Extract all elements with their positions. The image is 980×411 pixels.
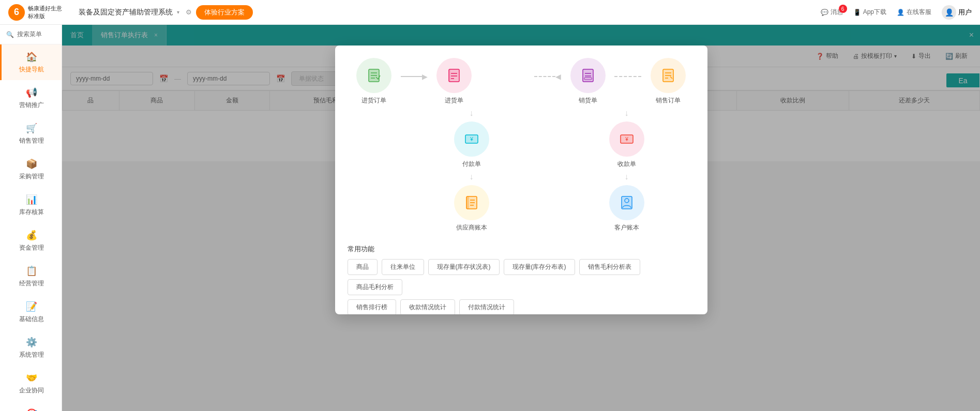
flow-row-2: ¥ 付款单 ¥ (348, 121, 695, 169)
func-btn-sale-rank[interactable]: 销售排行榜 (348, 299, 396, 314)
logo-icon: 6 (8, 4, 25, 21)
svg-rect-5 (449, 69, 459, 82)
flow-row-arrows: ↓ ↓ (348, 107, 695, 119)
purchase-order-label: 进货订单 (361, 96, 386, 105)
flow-node-purchase-order[interactable]: 进货订单 (348, 58, 401, 105)
purchase-order-circle[interactable] (356, 58, 391, 93)
flow-node-customer-ledger[interactable]: 客户账本 (596, 185, 658, 232)
function-buttons-row1: 商品 往来单位 现存量(库存状况表) 现存量(库存分布表) 销售毛利分析表 商品… (348, 259, 695, 295)
arrow-down-supplier: ↓ (441, 171, 503, 183)
home-icon: 🏠 (25, 51, 38, 63)
sidebar-item-basics[interactable]: 📝 基础信息 (0, 294, 62, 330)
func-btn-stock-status[interactable]: 现存量(库存状况表) (428, 259, 500, 275)
experience-button[interactable]: 体验行业方案 (196, 5, 253, 20)
system-title-area: 装备及固定资产辅助管理系统 ▾ ⚙ 体验行业方案 (70, 5, 821, 20)
main-layout: 🔍 搜索菜单 🏠 快捷导航 📢 营销推广 🛒 销售管理 📦 采购管理 📊 (0, 25, 980, 411)
svg-text:¥: ¥ (470, 136, 473, 142)
flow-node-supplier-ledger[interactable]: 供应商账本 (441, 185, 503, 232)
sidebar-item-operations[interactable]: 📋 经营管理 (0, 258, 62, 294)
download-icon: 📱 (853, 9, 861, 16)
inventory-icon: 📊 (25, 193, 38, 206)
enterprise-icon: 🤝 (25, 372, 38, 384)
arrow-down-customer: ↓ (596, 171, 658, 183)
flow-row-3: 供应商账本 (348, 185, 695, 232)
flow-node-purchase-bill[interactable]: 进货单 (428, 58, 481, 105)
sale-order-circle[interactable] (651, 58, 686, 93)
func-btn-product[interactable]: 商品 (348, 259, 378, 275)
purchase-icon: 📦 (25, 158, 38, 170)
func-btn-product-gross[interactable]: 商品毛利分析 (348, 279, 402, 295)
payment-label: 付款单 (462, 160, 481, 169)
common-functions: 常用功能 商品 往来单位 现存量(库存状况表) 现存量(库存分布表) 销售毛利分… (348, 245, 695, 314)
func-btn-sale-gross[interactable]: 销售毛利分析表 (579, 259, 640, 275)
customer-ledger-circle[interactable] (609, 185, 644, 220)
sidebar: 🔍 搜索菜单 🏠 快捷导航 📢 营销推广 🛒 销售管理 📦 采购管理 📊 (0, 25, 62, 411)
finance-icon: 💰 (25, 229, 38, 241)
arrow-down-receipt: ↓ (596, 107, 658, 119)
newbie-icon: 🎯 (25, 407, 38, 411)
dropdown-arrow-icon[interactable]: ▾ (177, 9, 179, 15)
func-btn-counterparty[interactable]: 往来单位 (382, 259, 424, 275)
top-header: 6 畅康通好生意 标准版 装备及固定资产辅助管理系统 ▾ ⚙ 体验行业方案 💬 … (0, 0, 980, 25)
flow-node-sale-order[interactable]: 销售订单 (641, 58, 695, 105)
online-service-button[interactable]: 👤 在线客服 (897, 8, 931, 17)
header-right: 💬 消息 6 📱 App下载 👤 在线客服 👤 用户 (821, 5, 972, 20)
sidebar-item-newbie[interactable]: 🎯 新手引导 (0, 401, 62, 411)
sidebar-item-purchase[interactable]: 📦 采购管理 (0, 151, 62, 187)
receipt-circle[interactable]: ¥ (609, 121, 644, 157)
sale-bill-label: 销货单 (579, 96, 597, 105)
receipt-label: 收款单 (617, 160, 636, 169)
func-btn-stock-dist[interactable]: 现存量(库存分布表) (504, 259, 575, 275)
system-icon: ⚙️ (25, 336, 38, 348)
flow-diagram: 进货订单 ▶ (348, 58, 695, 236)
avatar: 👤 (942, 5, 956, 20)
svg-rect-28 (466, 196, 469, 209)
sidebar-item-system[interactable]: ⚙️ 系统管理 (0, 330, 62, 366)
common-title: 常用功能 (348, 245, 695, 254)
supplier-ledger-circle[interactable] (454, 185, 489, 220)
sidebar-item-quick-nav[interactable]: 🏠 快捷导航 (0, 44, 62, 80)
sidebar-item-marketing[interactable]: 📢 营销推广 (0, 80, 62, 116)
flow-node-payment[interactable]: ¥ 付款单 (441, 121, 503, 169)
flow-row-arrows-2: ↓ ↓ (348, 171, 695, 183)
settings-icon[interactable]: ⚙ (186, 8, 192, 16)
supplier-ledger-label: 供应商账本 (456, 223, 487, 232)
service-icon: 👤 (897, 9, 904, 16)
modal-overlay[interactable]: 进货订单 ▶ (62, 25, 980, 411)
purchase-bill-circle[interactable] (436, 58, 472, 93)
modal-box: 进货订单 ▶ (335, 45, 707, 314)
search-icon: 🔍 (6, 31, 14, 38)
svg-text:¥: ¥ (625, 136, 628, 142)
purchase-bill-label: 进货单 (445, 96, 463, 105)
sidebar-item-inventory[interactable]: 📊 库存核算 (0, 187, 62, 223)
func-btn-receipt-stats[interactable]: 收款情况统计 (400, 299, 455, 314)
marketing-icon: 📢 (25, 86, 38, 99)
content-area: 首页 销售订单执行表 × × ❓ 帮助 🖨 按模板打印 ▾ (62, 25, 980, 411)
sidebar-item-finance[interactable]: 💰 资金管理 (0, 223, 62, 258)
logo-text: 畅康通好生意 标准版 (28, 5, 62, 20)
user-info[interactable]: 👤 用户 (942, 5, 972, 20)
arrow-down-payment: ↓ (441, 107, 503, 119)
sidebar-search[interactable]: 🔍 搜索菜单 (0, 25, 62, 44)
system-title: 装备及固定资产辅助管理系统 (79, 8, 173, 17)
sale-bill-circle[interactable] (570, 58, 606, 93)
sale-order-label: 销售订单 (656, 96, 681, 105)
sidebar-item-sales[interactable]: 🛒 销售管理 (0, 116, 62, 151)
func-btn-payment-stats[interactable]: 付款情况统计 (459, 299, 514, 314)
payment-circle[interactable]: ¥ (454, 121, 489, 157)
flow-node-receipt[interactable]: ¥ 收款单 (596, 121, 658, 169)
flow-row-1: 进货订单 ▶ (348, 58, 695, 105)
function-buttons-row2: 销售排行榜 收款情况统计 付款情况统计 (348, 299, 695, 314)
sales-icon: 🛒 (25, 122, 38, 134)
message-icon: 💬 (821, 9, 828, 16)
app-download-button[interactable]: 📱 App下载 (853, 8, 886, 17)
basics-icon: 📝 (25, 300, 38, 313)
operations-icon: 📋 (25, 265, 38, 277)
customer-ledger-label: 客户账本 (614, 223, 639, 232)
message-button[interactable]: 💬 消息 6 (821, 8, 843, 17)
flow-node-sale-bill[interactable]: 销货单 (561, 58, 614, 105)
sidebar-menu: 🏠 快捷导航 📢 营销推广 🛒 销售管理 📦 采购管理 📊 库存核算 💰 (0, 44, 62, 411)
sidebar-item-enterprise[interactable]: 🤝 企业协同 (0, 366, 62, 401)
message-badge: 6 (839, 5, 847, 13)
logo-area: 6 畅康通好生意 标准版 (8, 4, 70, 21)
